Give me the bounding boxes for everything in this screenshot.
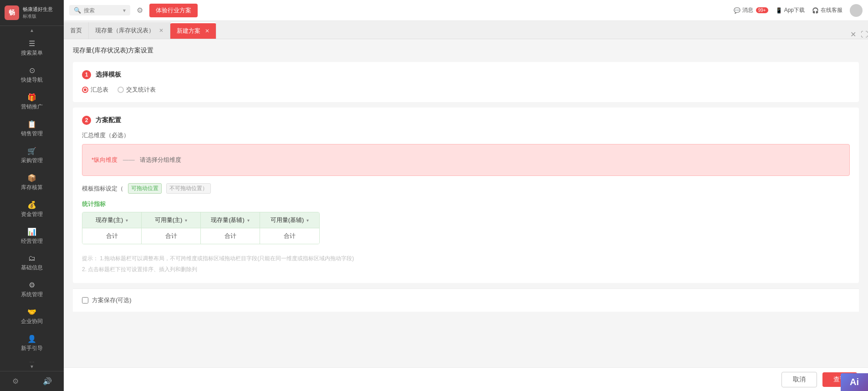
- sidebar-item-app-center[interactable]: 📱 应用中心: [0, 357, 64, 362]
- trial-button[interactable]: 体验行业方案: [149, 4, 198, 17]
- col3-dropdown-icon[interactable]: ▾: [247, 218, 250, 223]
- cancel-button[interactable]: 取消: [781, 372, 817, 387]
- sidebar-item-partner[interactable]: 🤝 企业协同: [0, 303, 64, 330]
- section1-num: 1: [82, 70, 91, 79]
- sidebar-item-label: 营销推广: [21, 103, 43, 111]
- tabbar: 首页 现存量（库存状况表） ✕ 新建方案 ✕ ✕ ⛶: [64, 21, 868, 39]
- system-icon: ⚙: [29, 281, 35, 289]
- indicator-label-text: 模板指标设定（: [82, 185, 123, 193]
- window-controls: ✕ ⛶: [850, 30, 868, 39]
- footer-bar: 取消 查询: [64, 367, 868, 391]
- user-avatar[interactable]: [850, 4, 863, 17]
- operations-icon: 📊: [27, 227, 36, 236]
- sidebar-item-system[interactable]: ⚙ 系统管理: [0, 276, 64, 303]
- sidebar-item-quick-nav[interactable]: ⊙ 快捷导航: [0, 62, 64, 88]
- app-name: 畅康通好生意: [23, 6, 53, 13]
- table-col4-label: 可用量(基辅): [271, 216, 304, 224]
- gear-button[interactable]: ⚙: [135, 4, 145, 16]
- table-header-col2[interactable]: 可用量(主) ▾: [142, 212, 201, 228]
- quick-nav-icon: ⊙: [29, 66, 35, 75]
- stats-table-header: 现存量(主) ▾ 可用量(主) ▾ 现存量(基辅) ▾ 可用量(基辅) ▾: [82, 212, 319, 228]
- sidebar-item-finance[interactable]: 💰 资金管理: [0, 196, 64, 223]
- finance-icon: 💰: [27, 201, 36, 209]
- sidebar-item-label: 基础信息: [21, 264, 43, 272]
- sidebar-item-label: 企业协同: [21, 318, 43, 325]
- draggable-toggle[interactable]: 可拖动位置: [128, 183, 162, 194]
- sidebar-item-label: 采购管理: [21, 157, 43, 165]
- search-box[interactable]: 🔍 ▾: [69, 5, 130, 15]
- search-menu-icon: ☰: [29, 39, 35, 48]
- stats-table-body: 合计 合计 合计 合计: [82, 228, 319, 244]
- sidebar-item-label: 销售管理: [21, 130, 43, 138]
- search-icon: 🔍: [74, 7, 81, 14]
- ai-badge[interactable]: Ai: [841, 373, 868, 391]
- sidebar-item-basic-info[interactable]: 🗂 基础信息: [0, 250, 64, 276]
- message-icon: 💬: [734, 7, 740, 14]
- sidebar-bottom: ⚙ 🔊: [0, 371, 64, 391]
- col1-dropdown-icon[interactable]: ▾: [126, 218, 128, 223]
- tab-inventory-status[interactable]: 现存量（库存状况表） ✕: [89, 22, 170, 39]
- topbar: 🔍 ▾ ⚙ 体验行业方案 💬 消息 99+ 📱 App下载 🎧 在线客服: [64, 0, 868, 21]
- window-close-button[interactable]: ✕: [850, 30, 856, 39]
- sidebar-scroll-down[interactable]: ▼: [0, 362, 64, 371]
- radio-summary-label: 汇总表: [91, 86, 108, 94]
- section2-header: 2 方案配置: [82, 116, 850, 125]
- tip2: 2. 点击标题栏下拉可设置排序、插入列和删除列: [82, 264, 850, 275]
- sidebar-item-guide[interactable]: 👤 新手引导: [0, 330, 64, 357]
- sidebar-item-marketing[interactable]: 🎁 营销推广: [0, 88, 64, 115]
- aggregate-label: 汇总维度（必选）: [82, 131, 850, 139]
- table-header-col3[interactable]: 现存量(基辅) ▾: [201, 212, 260, 228]
- tab-new-scheme-close[interactable]: ✕: [205, 28, 209, 34]
- tab-new-scheme-label: 新建方案: [177, 27, 200, 35]
- search-dropdown-icon[interactable]: ▾: [123, 7, 126, 14]
- tab-inventory-status-label: 现存量（库存状况表）: [95, 26, 154, 35]
- app-download-button[interactable]: 📱 App下载: [776, 6, 805, 14]
- main-area: 🔍 ▾ ⚙ 体验行业方案 💬 消息 99+ 📱 App下载 🎧 在线客服: [64, 0, 868, 391]
- col4-dropdown-icon[interactable]: ▾: [306, 218, 309, 223]
- window-expand-button[interactable]: ⛶: [861, 31, 868, 39]
- radio-cross-label: 交叉统计表: [126, 86, 156, 94]
- search-input[interactable]: [84, 7, 120, 14]
- section1-header: 1 选择模板: [82, 70, 850, 79]
- section1-title: 选择模板: [96, 71, 121, 79]
- sidebar-item-label: 资金管理: [21, 211, 43, 218]
- sidebar-item-operations[interactable]: 📊 经营管理: [0, 223, 64, 250]
- app-download-label: App下载: [784, 6, 805, 14]
- dimension-area[interactable]: *纵向维度 —— 请选择分组维度: [82, 144, 850, 176]
- col2-dropdown-icon[interactable]: ▾: [185, 218, 187, 223]
- app-version: 标准版: [23, 13, 53, 20]
- sidebar-item-label: 搜索菜单: [21, 49, 43, 57]
- tab-home-label: 首页: [70, 26, 82, 35]
- indicator-label: 模板指标设定（ 可拖动位置 不可拖动位置）: [82, 183, 850, 194]
- radio-summary[interactable]: 汇总表: [82, 86, 108, 94]
- app-download-icon: 📱: [776, 7, 782, 14]
- headset-icon: 🎧: [812, 7, 819, 14]
- sidebar-scroll-up[interactable]: ▲: [0, 26, 64, 35]
- logo-text: 畅康通好生意 标准版: [23, 6, 53, 19]
- save-checkbox[interactable]: [82, 297, 88, 304]
- online-service-label: 在线客服: [821, 6, 842, 14]
- save-label: 方案保存(可选): [92, 296, 132, 304]
- sidebar-item-purchase[interactable]: 🛒 采购管理: [0, 142, 64, 169]
- sidebar-item-search-menu[interactable]: ☰ 搜索菜单: [0, 35, 64, 62]
- tab-home[interactable]: 首页: [64, 22, 89, 39]
- dimension-arrow: ——: [123, 156, 135, 163]
- sidebar-item-label: 系统管理: [21, 291, 43, 298]
- topbar-right: 💬 消息 99+ 📱 App下载 🎧 在线客服: [734, 4, 863, 17]
- tab-inventory-status-close[interactable]: ✕: [159, 27, 163, 34]
- online-service-button[interactable]: 🎧 在线客服: [812, 6, 842, 14]
- table-body-cell1: 合计: [82, 228, 142, 244]
- table-body-cell3: 合计: [201, 228, 260, 244]
- message-button[interactable]: 💬 消息 99+: [734, 6, 768, 14]
- radio-cross[interactable]: 交叉统计表: [117, 86, 156, 94]
- inventory-icon: 📦: [27, 174, 36, 182]
- tab-new-scheme[interactable]: 新建方案 ✕: [170, 22, 216, 39]
- sound-button[interactable]: 🔊: [39, 375, 56, 387]
- sidebar-item-sales[interactable]: 📋 销售管理: [0, 115, 64, 142]
- table-header-col1[interactable]: 现存量(主) ▾: [82, 212, 142, 228]
- table-col1-label: 现存量(主): [96, 216, 123, 224]
- page-title: 现存量(库存状况表)方案设置: [73, 46, 859, 55]
- settings-button[interactable]: ⚙: [9, 375, 22, 387]
- sidebar-item-inventory[interactable]: 📦 库存核算: [0, 169, 64, 196]
- table-header-col4[interactable]: 可用量(基辅) ▾: [260, 212, 319, 228]
